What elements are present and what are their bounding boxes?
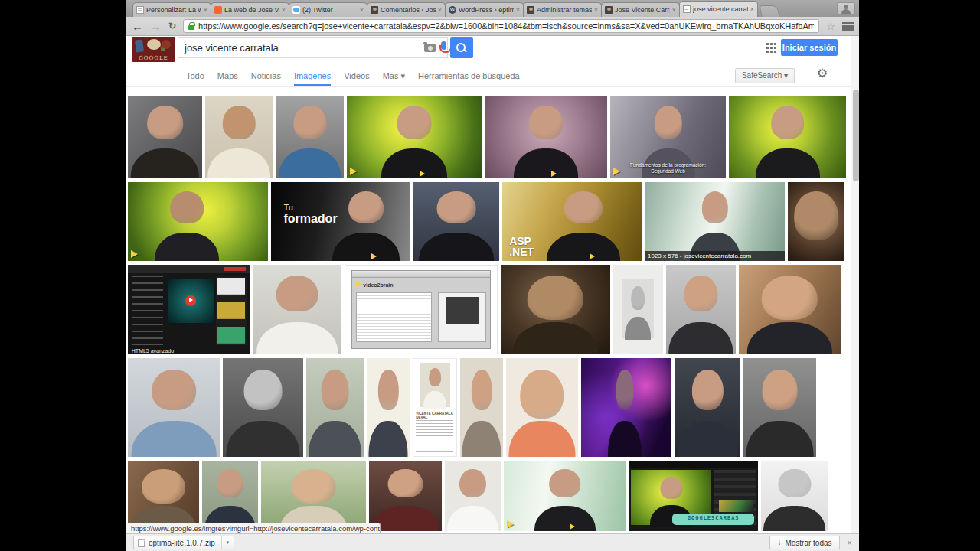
download-caret-icon[interactable]: ▼ <box>221 536 234 549</box>
nav-item-todo[interactable]: Todo <box>186 64 204 86</box>
image-result[interactable]: GOOGLESCARBAS <box>629 461 758 531</box>
download-item[interactable]: eptima-lite.1.0.7.zip ▼ <box>133 536 234 549</box>
image-result[interactable] <box>788 182 844 261</box>
image-result[interactable] <box>675 358 740 457</box>
image-result[interactable]: Fundamentos de la programación:Seguridad… <box>610 96 726 178</box>
voice-search-mic-icon[interactable] <box>441 41 446 50</box>
image-result[interactable] <box>223 358 303 457</box>
image-result[interactable] <box>666 265 736 354</box>
nav-item-maps[interactable]: Maps <box>217 64 238 86</box>
nav-item-m-s-[interactable]: Más ▾ <box>383 64 405 86</box>
image-result[interactable] <box>369 461 442 531</box>
tab-close-icon[interactable]: × <box>672 7 676 14</box>
image-big-text: ASP.NET <box>509 236 534 257</box>
browser-tab-8[interactable]: jose vicente carratala - B× <box>679 1 758 17</box>
profile-button[interactable] <box>837 2 855 15</box>
google-doodle-logo[interactable]: GOOGLE <box>132 37 175 62</box>
tab-close-icon[interactable]: × <box>438 7 442 14</box>
image-result[interactable] <box>128 96 202 178</box>
google-apps-grid-icon[interactable] <box>766 42 776 53</box>
image-result[interactable]: VICENTE CARRATALA DEVAL <box>413 358 457 457</box>
image-result[interactable] <box>202 461 258 531</box>
person-body <box>226 421 300 457</box>
browser-tab-7[interactable]: Jose Vicente Carratala - P× <box>601 2 680 17</box>
download-filename[interactable]: eptima-lite.1.0.7.zip <box>149 539 221 547</box>
new-tab-button[interactable] <box>759 5 779 17</box>
nav-item-videos[interactable]: Videos <box>344 64 369 86</box>
bookmark-star-icon[interactable]: ☆ <box>826 21 835 32</box>
image-result[interactable] <box>445 461 501 531</box>
tab-close-icon[interactable]: × <box>360 7 364 14</box>
image-result[interactable]: ASP.NET <box>502 182 642 261</box>
image-result[interactable] <box>205 96 273 178</box>
scrollbar[interactable] <box>851 36 859 551</box>
image-result[interactable] <box>739 265 841 354</box>
person-head <box>564 191 603 223</box>
browser-toolbar: ← → ↻ https://www.google.es/search?q=jos… <box>126 17 859 36</box>
image-result[interactable] <box>485 96 607 178</box>
reload-button[interactable]: ↻ <box>168 21 176 31</box>
tab-close-icon[interactable]: × <box>282 7 286 14</box>
image-result[interactable] <box>460 358 503 457</box>
tab-close-icon[interactable]: × <box>594 7 598 14</box>
browser-tab-2[interactable]: La web de Jose Vicente | C× <box>211 2 289 17</box>
image-result[interactable] <box>367 358 410 457</box>
image-result[interactable] <box>581 358 671 457</box>
back-button[interactable]: ← <box>132 21 143 32</box>
image-result[interactable] <box>613 265 663 354</box>
search-input[interactable]: jose vicente carratala <box>178 37 448 58</box>
scrollbar-thumb[interactable] <box>853 90 859 181</box>
signin-button[interactable]: Iniciar sesión <box>781 39 838 56</box>
image-result[interactable] <box>253 265 341 354</box>
image-result[interactable]: 1023 x 576 - josevicentecarratala.com <box>645 182 785 261</box>
forward-button[interactable]: → <box>150 21 162 32</box>
show-all-downloads-button[interactable]: ↓ Mostrar todas <box>769 536 839 549</box>
image-result[interactable] <box>761 461 828 531</box>
image-result[interactable] <box>128 182 268 261</box>
person-figure <box>747 276 832 354</box>
image-result[interactable] <box>347 96 482 178</box>
tab-close-icon[interactable]: × <box>204 7 207 14</box>
browser-tab-4[interactable]: Comentarios ‹ Jose Vicent× <box>367 2 446 17</box>
person-body <box>309 421 361 457</box>
image-result[interactable]: video2brain <box>345 265 498 354</box>
image-result[interactable] <box>276 96 344 178</box>
chrome-menu-icon[interactable] <box>842 22 854 31</box>
person-figure <box>204 469 256 531</box>
tab-title: (2) Twitter <box>302 6 358 14</box>
browser-tab-6[interactable]: Administrar temas ‹ Jose V× <box>523 2 602 17</box>
person-body <box>372 506 439 531</box>
tab-close-icon[interactable]: × <box>516 7 520 14</box>
image-result[interactable] <box>261 461 366 531</box>
image-result[interactable] <box>504 461 626 531</box>
image-result[interactable]: Tuformador <box>271 182 410 261</box>
browser-tab-3[interactable]: (2) Twitter× <box>289 2 368 17</box>
image-result[interactable] <box>128 358 220 457</box>
image-result[interactable] <box>413 182 499 261</box>
browser-tab-1[interactable]: Personalizar: La web de Jo× <box>132 2 211 17</box>
image-result[interactable] <box>506 358 578 457</box>
person-body <box>764 506 826 531</box>
shelf-close-icon[interactable]: × <box>848 538 852 547</box>
address-bar[interactable]: https://www.google.es/search?q=jose+vice… <box>183 19 819 33</box>
image-result[interactable]: HTML5 avanzado <box>128 265 250 354</box>
search-by-image-camera-icon[interactable] <box>424 44 436 52</box>
tab-close-icon[interactable]: × <box>750 6 754 13</box>
nav-item-noticias[interactable]: Noticias <box>251 64 281 86</box>
nav-item-im-genes[interactable]: Imágenes <box>294 64 331 86</box>
safesearch-dropdown[interactable]: SafeSearch ▾ <box>735 68 795 83</box>
image-result[interactable] <box>128 461 199 531</box>
image-result[interactable] <box>729 96 846 178</box>
image-result[interactable] <box>306 358 364 457</box>
search-button[interactable] <box>450 37 473 58</box>
avatar-favicon-icon <box>371 6 378 14</box>
person-figure <box>132 370 216 457</box>
url-text[interactable]: https://www.google.es/search?q=jose+vice… <box>198 21 814 31</box>
image-result[interactable] <box>743 358 816 457</box>
nav-item-herramientas-de-b-squeda[interactable]: Herramientas de búsqueda <box>418 64 520 86</box>
gear-icon[interactable]: ⚙ <box>817 66 828 80</box>
browser-tab-5[interactable]: WWordPress › eptima « Tem× <box>445 2 524 17</box>
orange-favicon-icon <box>214 6 222 14</box>
secure-padlock-icon[interactable] <box>188 25 194 30</box>
image-result[interactable] <box>501 265 610 354</box>
